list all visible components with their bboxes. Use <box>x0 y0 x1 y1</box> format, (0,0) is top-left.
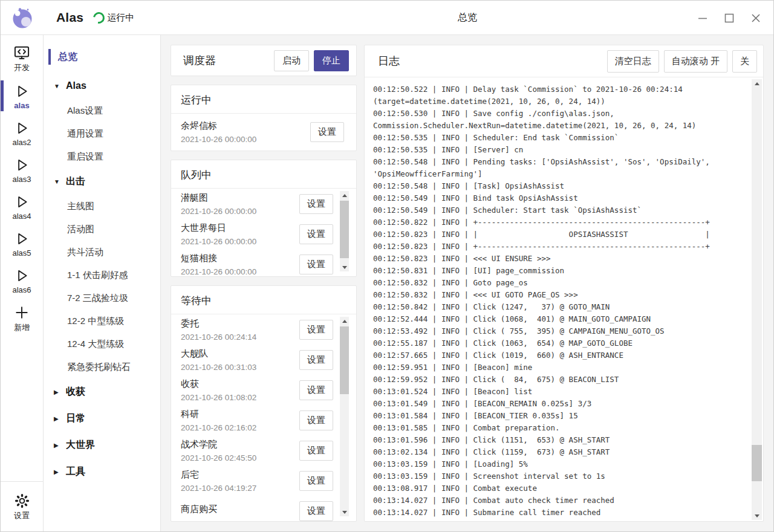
menu-item[interactable]: ▶ 日常 <box>44 405 160 432</box>
menu-item-label: 总览 <box>58 51 77 63</box>
waiting-scrollbar[interactable] <box>340 317 349 516</box>
log-line: 00:13:01.596 | INFO | Click (1151, 653) … <box>373 434 745 446</box>
menu-item[interactable]: 7-2 三战捡垃圾 <box>44 287 160 310</box>
rail-item-instance[interactable]: alas2 <box>1 114 43 151</box>
scroll-down-arrow[interactable] <box>340 508 349 516</box>
start-button[interactable]: 启动 <box>274 50 309 71</box>
menu-item-label: 重启设置 <box>67 151 103 163</box>
rail-item-instance[interactable]: alas3 <box>1 151 43 188</box>
menu-item[interactable]: ▶ 工具 <box>44 458 160 485</box>
log-line: (target=datetime.datetime(2021, 10, 26, … <box>373 96 745 108</box>
task-setting-button[interactable]: 设置 <box>310 122 344 142</box>
play-triangle-icon <box>13 157 30 174</box>
task-name: 战术学院 <box>181 439 299 450</box>
scroll-down-arrow[interactable] <box>340 263 349 271</box>
menu-item-label: 12-4 大型练级 <box>67 339 124 350</box>
rail-item-add[interactable]: 新增 <box>1 299 43 337</box>
running-title: 运行中 <box>171 85 356 114</box>
menu-item[interactable]: 紧急委托刷钻石 <box>44 355 160 378</box>
clear-log-button[interactable]: 清空日志 <box>607 50 659 73</box>
menu-item[interactable]: 通用设置 <box>44 122 160 145</box>
rail-label: alas2 <box>12 138 31 147</box>
log-line: 00:13:03.159 | INFO | [Loading] 5% <box>373 458 745 470</box>
running-task-list: 余烬信标 2021-10-26 00:00:00 设置 <box>171 114 356 151</box>
menu-item[interactable]: ▼ 出击 <box>44 168 160 195</box>
window-controls <box>694 1 765 35</box>
rail-label: alas <box>14 101 29 110</box>
rail-item-settings[interactable]: 设置 <box>1 487 43 525</box>
stop-button[interactable]: 停止 <box>314 50 349 71</box>
log-line: 00:12:50.530 | INFO | Save config ./conf… <box>373 108 745 120</box>
task-next-run-time: 2021-10-26 00:24:14 <box>181 332 299 342</box>
log-line: 00:12:50.535 | INFO | Scheduler: End tas… <box>373 132 745 144</box>
scroll-up-arrow[interactable] <box>752 79 762 88</box>
rail-item-instance[interactable]: alas <box>1 77 43 114</box>
menu-item[interactable]: ▼ Alas <box>44 73 160 99</box>
pending-scrollbar[interactable] <box>340 191 349 271</box>
log-line: 00:12:50.522 | INFO | Delay task `Commis… <box>373 83 745 96</box>
scroll-thumb[interactable] <box>340 326 349 394</box>
menu-item[interactable]: Alas设置 <box>44 99 160 122</box>
gear-icon <box>13 492 30 509</box>
menu-item[interactable]: 12-4 大型练级 <box>44 332 160 355</box>
log-line: 00:13:14.027 | INFO | Submarine call tim… <box>373 507 745 519</box>
task-next-run-time: 2021-10-26 00:00:00 <box>181 267 299 276</box>
waiting-title: 等待中 <box>171 286 356 314</box>
log-scrollbar[interactable] <box>752 79 762 520</box>
close-button[interactable] <box>747 9 765 27</box>
task-name: 商店购买 <box>181 504 299 515</box>
task-setting-button[interactable]: 设置 <box>299 224 333 244</box>
rail-item-dev[interactable]: 开发 <box>1 39 43 77</box>
menu-item[interactable]: 活动图 <box>44 218 160 241</box>
task-setting-button[interactable]: 设置 <box>299 194 333 214</box>
log-line: 00:12:55.187 | INFO | Click (1063, 654) … <box>373 337 745 349</box>
log-line: 00:13:03.159 | INFO | Screenshot interva… <box>373 470 745 482</box>
task-next-run-time: 2021-10-26 04:19:27 <box>181 484 299 493</box>
minimize-button[interactable] <box>694 9 712 27</box>
menu-item[interactable]: 1-1 伏击刷好感 <box>44 264 160 287</box>
autoscroll-off-button[interactable]: 关 <box>732 50 757 73</box>
autoscroll-on-button[interactable]: 自动滚动 开 <box>664 50 727 73</box>
scroll-down-arrow[interactable] <box>752 511 762 520</box>
play-triangle-icon <box>13 230 30 247</box>
task-setting-button[interactable]: 设置 <box>299 350 333 370</box>
scroll-up-arrow[interactable] <box>340 191 349 199</box>
scroll-thumb[interactable] <box>752 445 762 481</box>
log-line: 00:12:50.535 | INFO | [Server] cn <box>373 144 745 156</box>
menu-item[interactable]: 重启设置 <box>44 145 160 168</box>
task-next-run-time: 2021-10-26 02:45:50 <box>181 453 299 462</box>
log-line: 00:13:02.134 | INFO | Click (1159, 673) … <box>373 446 745 458</box>
task-name: 科研 <box>181 409 299 420</box>
task-setting-button[interactable]: 设置 <box>299 471 333 491</box>
rail-label: 开发 <box>14 62 30 73</box>
menu-item-label: 工具 <box>66 465 85 478</box>
task-setting-button[interactable]: 设置 <box>299 441 333 461</box>
menu-item[interactable]: 共斗活动 <box>44 241 160 264</box>
menu-item[interactable]: 12-2 中型练级 <box>44 310 160 332</box>
log-line: 00:12:50.832 | INFO | <<< UI GOTO PAGE_O… <box>373 289 745 301</box>
task-setting-button[interactable]: 设置 <box>299 255 333 274</box>
task-setting-button[interactable]: 设置 <box>299 320 333 340</box>
maximize-button[interactable] <box>720 9 738 27</box>
log-line: 00:12:59.951 | INFO | [Beacon] mine <box>373 362 745 374</box>
task-row: 短猫相接 2021-10-26 00:00:00 设置 <box>171 249 356 276</box>
scroll-up-arrow[interactable] <box>340 317 349 325</box>
task-setting-button[interactable]: 设置 <box>299 410 333 430</box>
rail-label: alas3 <box>12 175 31 184</box>
task-setting-button[interactable]: 设置 <box>299 501 333 521</box>
rail-item-instance[interactable]: alas4 <box>1 188 43 225</box>
menu-item[interactable]: 总览 <box>44 46 160 68</box>
menu-item[interactable]: 主线图 <box>44 195 160 218</box>
task-next-run-time: 2021-10-26 01:08:02 <box>181 393 299 402</box>
rail-item-instance[interactable]: alas5 <box>1 225 43 262</box>
scroll-thumb[interactable] <box>340 201 349 258</box>
rail-label: 新增 <box>14 322 30 333</box>
task-row: 大舰队 2021-10-26 00:31:03 设置 <box>171 345 356 375</box>
menu-item-label: 活动图 <box>67 224 94 235</box>
task-setting-button[interactable]: 设置 <box>299 380 333 400</box>
scheduler-status: 运行中 <box>93 12 134 24</box>
rail-item-instance[interactable]: alas6 <box>1 262 43 299</box>
menu-item[interactable]: ▶ 收获 <box>44 378 160 405</box>
log-line: 00:12:59.952 | INFO | Click ( 84, 675) @… <box>373 374 745 386</box>
menu-item[interactable]: ▶ 大世界 <box>44 432 160 458</box>
